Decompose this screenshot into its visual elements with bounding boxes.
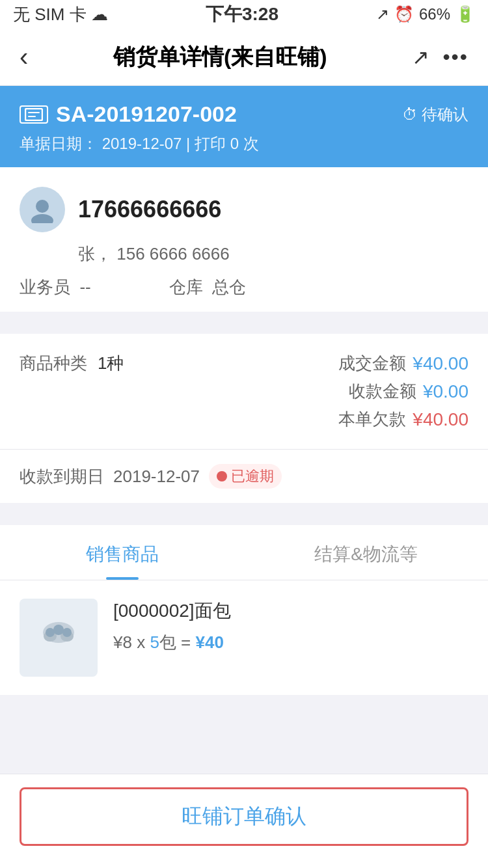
alarm-icon: ⏰ (394, 5, 414, 23)
share-icon[interactable]: ↗ (412, 45, 429, 70)
order-header-card: SA-20191207-002 ⏱ 待确认 单据日期： 2019-12-07 |… (0, 86, 488, 167)
order-status-badge: ⏱ 待确认 (402, 104, 468, 125)
overdue-dot-icon (217, 471, 227, 481)
svg-rect-0 (25, 109, 42, 120)
page-title: 销货单详情(来自旺铺) (113, 42, 327, 72)
battery-icon: 🔋 (455, 5, 475, 23)
product-card: [0000002]面包 ¥8 x 5包 = ¥40 (0, 580, 488, 695)
status-bar: 无 SIM 卡 ☁ 下午3:28 ↗ ⏰ 66% 🔋 (0, 0, 488, 29)
product-name: [0000002]面包 (113, 599, 468, 623)
order-date: 单据日期： 2019-12-07 | 打印 0 次 (20, 133, 468, 154)
svg-point-1 (36, 200, 49, 213)
due-date-card: 收款到期日 2019-12-07 已逾期 (0, 450, 488, 503)
customer-meta: 业务员 -- 仓库 总仓 (20, 276, 468, 299)
deal-amount: ¥40.00 (413, 353, 468, 374)
avatar (20, 187, 65, 232)
tab-settlement[interactable]: 结算&物流等 (244, 525, 488, 580)
order-id: SA-20191207-002 (20, 102, 237, 127)
summary-card: 商品种类 1种 成交金额 ¥40.00 收款金额 ¥0.00 本单欠款 ¥40.… (0, 334, 488, 449)
product-total: ¥40 (195, 632, 223, 652)
bottom-bar: 旺铺订单确认 (0, 774, 488, 868)
product-calc: ¥8 x 5包 = ¥40 (113, 631, 468, 654)
customer-card: 17666666666 张， 156 6666 6666 业务员 -- 仓库 总… (0, 167, 488, 312)
section-divider-1 (0, 323, 488, 334)
deal-amount-row: 成交金额 ¥40.00 (338, 352, 468, 375)
svg-point-7 (62, 628, 72, 637)
receipt-amount: ¥0.00 (423, 381, 468, 402)
warehouse-label: 仓库 总仓 (169, 276, 246, 299)
back-button[interactable]: ‹ (20, 42, 28, 72)
product-info: [0000002]面包 ¥8 x 5包 = ¥40 (113, 599, 468, 654)
nav-right: ↗ ••• (412, 45, 468, 70)
status-left: 无 SIM 卡 ☁ (13, 3, 108, 26)
location-icon: ↗ (376, 5, 389, 23)
sales-label: 业务员 -- (20, 276, 91, 299)
order-icon (20, 105, 48, 124)
amounts-area: 成交金额 ¥40.00 收款金额 ¥0.00 本单欠款 ¥40.00 (338, 352, 468, 431)
nav-bar: ‹ 销货单详情(来自旺铺) ↗ ••• (0, 29, 488, 86)
status-time: 下午3:28 (206, 2, 278, 27)
tab-sales-products[interactable]: 销售商品 (0, 525, 244, 580)
owed-amount-row: 本单欠款 ¥40.00 (338, 408, 468, 431)
due-date-label: 收款到期日 (20, 465, 104, 488)
confirm-button[interactable]: 旺铺订单确认 (20, 787, 468, 846)
section-divider-2 (0, 503, 488, 513)
svg-point-8 (53, 625, 64, 635)
product-count-area: 商品种类 1种 (20, 352, 124, 375)
svg-point-6 (46, 628, 55, 637)
sim-status: 无 SIM 卡 ☁ (13, 3, 108, 26)
product-qty: 5 (150, 632, 159, 652)
due-date-value: 2019-12-07 (113, 467, 200, 487)
more-icon[interactable]: ••• (442, 45, 468, 69)
customer-sub: 张， 156 6666 6666 (78, 243, 468, 265)
clock-icon: ⏱ (402, 105, 418, 124)
receipt-amount-row: 收款金额 ¥0.00 (349, 380, 468, 403)
owed-amount: ¥40.00 (413, 409, 468, 430)
product-image (20, 599, 98, 677)
nav-left: ‹ (20, 42, 28, 72)
svg-point-2 (31, 214, 53, 223)
overdue-badge: 已逾期 (209, 464, 282, 489)
tabs-bar: 销售商品 结算&物流等 (0, 525, 488, 580)
customer-phone: 17666666666 (78, 196, 221, 223)
status-right: ↗ ⏰ 66% 🔋 (376, 5, 475, 23)
battery-status: 66% (419, 5, 450, 23)
